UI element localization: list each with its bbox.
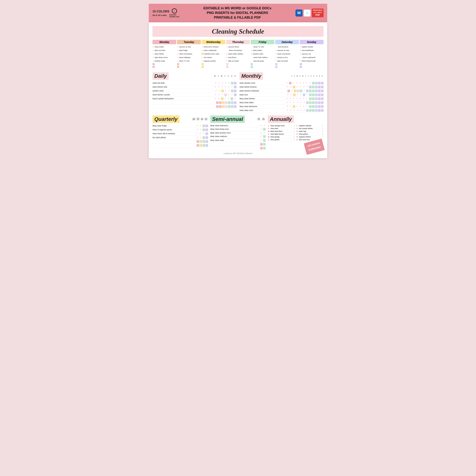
ann-row: Aclean lights fixtures✓: [268, 133, 295, 136]
quarterly-row: clean doors sills & windows ✓✓✓: [153, 132, 208, 136]
monthly-row: deep clean kitchen ✓✓ ✓✓ ✓✓ ✓: [239, 97, 323, 101]
monthly-row: deep clean bedrooms ✓✓ ✓✓ ✓✓: [239, 105, 323, 109]
task-item: ✓clean cupboards: [202, 49, 225, 52]
task-item: ✓wipe fridge: [177, 49, 201, 52]
annually-left: Jclean storage rooms✓ Fclean shed✓ Mdeep…: [268, 124, 295, 141]
size-label: A4 & US Letter: [153, 14, 167, 16]
task-item: ✓take out trash: [226, 60, 250, 63]
semiannual-section: Semi-annual JANJUN JULDEC deep clean bed…: [210, 116, 266, 150]
wednesday-col: Wednesday ✓clean tub & shower ✓clean cup…: [202, 40, 225, 68]
quarterly-title: Quarterly: [153, 116, 179, 123]
task-item: ✓sort closet: [202, 56, 225, 59]
task-item: dust all areas: [251, 60, 274, 63]
task-item: ✓stream & iron: [275, 56, 299, 59]
task-item: ✓sanitize sinks: [153, 60, 176, 63]
sunday-col: Sunday ✓replace towels ✓new bedsheets ✓v…: [300, 40, 323, 68]
semiannual-blank-row: [210, 146, 266, 150]
thursday-col: Thursday ✓vacuum floors clean microwave …: [226, 40, 250, 68]
daily-row: clean kitchen sink ✓✓✓ ✓✓✓: [153, 85, 237, 89]
ann-row: Norganize shelves: [297, 136, 323, 138]
semiannual-blank-row: [210, 142, 266, 146]
banner-center: EDITABLE in MS WORD or GOOGLE DOCs PNG I…: [179, 6, 295, 20]
saturday-col: Saturday dust furniture ✓vacuum & mop ✓c…: [275, 40, 299, 68]
gdocs-icon: ≡: [304, 9, 311, 17]
task-item: ✓clean toilets: [251, 49, 274, 52]
monthly-title: Monthly: [239, 72, 263, 80]
monday-col: Monday ✓clean toilets ✓take out trash ✓c…: [153, 40, 176, 68]
task-item: dust furniture: [275, 45, 299, 48]
ann-row: Jclean storage rooms✓: [268, 124, 295, 127]
saturday-header: Saturday: [275, 40, 299, 44]
daily-blank-row: [153, 101, 237, 105]
colors-label: 15 COLORS: [153, 10, 170, 13]
task-item: ✓clean toilets: [153, 45, 176, 48]
task-item: clean TV unit: [251, 45, 274, 48]
task-item: ✓mop floors: [226, 56, 250, 59]
monday-header: Monday: [153, 40, 176, 44]
quarterly-row: clean & organize pantry ✓✓: [153, 128, 208, 132]
friday-col: Friday clean TV unit ✓clean toilets ✓san…: [251, 40, 274, 68]
task-item: ✓clean TV unit: [177, 60, 201, 63]
daily-row: load & upload dishwasher ✓✓ ✓✓ ✓: [153, 97, 237, 101]
quarterly-row: deep clean fridge ✓✓: [153, 124, 208, 128]
task-item: ✓short shoes/coats: [300, 60, 323, 63]
ann-row: Jorganize cabinets✓: [297, 124, 323, 127]
main-card: Cleaning Schedule Monday ✓clean toilets …: [149, 22, 327, 158]
daily-row: clean kitchen counter ✓✓✓ ✓✓: [153, 93, 237, 97]
lower-sections: Daily MTW TFS S make the beds ✓✓✓ ✓✓ cle…: [153, 72, 323, 113]
semiannual-row: deep clean lining room ✓: [210, 127, 266, 131]
monthly-row: deep clean baths ✓✓ ✓✓ ✓✓: [239, 101, 323, 105]
daily-blank-row: [153, 105, 237, 109]
banner-main-title: EDITABLE in MS WORD or GOOGLE DOCs PNG I…: [179, 6, 295, 20]
task-item: ✓clean microwave: [177, 52, 201, 55]
task-item: wash dark clothes: [251, 56, 274, 59]
monthly-month-letters: JFM AMJ JAS OND: [290, 75, 323, 77]
daily-day-letters: MTW TFS S: [213, 75, 237, 77]
daily-row: sanitize sinks ✓✓ ✓✓: [153, 89, 237, 93]
monthly-row: clean baby room ✓✓ ✓✓ ✓✓: [239, 109, 323, 113]
task-item: ✓vacuum & mop: [177, 45, 201, 48]
task-item: ✓clean tub & shower: [202, 45, 225, 48]
monthly-section: Monthly JFM AMJ JAS OND clean laundry ro…: [239, 72, 323, 113]
task-item: ✓new bedsheets: [300, 49, 323, 52]
task-item: ✓organize pantry: [202, 60, 225, 63]
task-item: disinfect door nobs: [202, 52, 225, 55]
ann-row: Asort unused clothes✓: [297, 127, 323, 130]
task-item: clean cupboards: [300, 56, 323, 59]
quarterly-blank-row: [153, 144, 208, 147]
schedule-title: Cleaning Schedule: [153, 26, 323, 37]
thursday-header: Thursday: [226, 40, 250, 44]
banner-left: 15 COLORS A4 & US Letter: [153, 9, 170, 17]
task-item: ✓vacuum car: [300, 52, 323, 55]
monthly-row: wash cars ✓✓ ✓✓ ✓: [239, 93, 323, 97]
ann-row: Fclean shed✓: [268, 127, 295, 130]
semiannual-row: deep clean bedrooms ✓✓: [210, 124, 266, 127]
bottom-sections: Quarterly JANMAR APRJUN JULSEP OCTDEC de…: [153, 116, 323, 150]
task-item: ✓clean hallways: [177, 56, 201, 59]
semiannual-row: deep clean outdoors ✓: [210, 135, 266, 138]
task-item: ✓wipe down mirror: [153, 56, 176, 59]
download-arrow-icon: ↓: [172, 8, 177, 14]
download-badge: ↓ INSTANTDOWNLOAD: [170, 8, 179, 18]
task-item: ✓vacuum & mop: [275, 49, 299, 52]
daily-section: Daily MTW TFS S make the beds ✓✓✓ ✓✓ cle…: [153, 72, 237, 113]
sunday-header: Sunday: [300, 40, 323, 44]
monthly-row: clean below furniture ✓✓ ✓✓ ✓✓: [239, 85, 323, 89]
annually-title: Annually: [268, 116, 294, 123]
banner-right: W ≡ PRINTABLEFILLABLEPDF: [295, 9, 323, 17]
quarterly-blank-row: [153, 140, 208, 144]
task-item: ✓wash white clothes: [226, 52, 250, 55]
task-item: ✓clean microwave: [275, 52, 299, 55]
quarterly-section: Quarterly JANMAR APRJUN JULSEP OCTDEC de…: [153, 116, 208, 150]
quarterly-row: dry wash pillows ✓✓: [153, 136, 208, 140]
weekly-grid: Monday ✓clean toilets ✓take out trash ✓c…: [153, 40, 323, 68]
instant-label: INSTANTDOWNLOAD: [170, 14, 179, 18]
task-item: ✓clean blinds: [153, 52, 176, 55]
tuesday-header: Tuesday: [177, 40, 201, 44]
task-item: ✓take out trash: [153, 49, 176, 52]
monthly-row: clean laundry room ✓ ✓✓ ✓✓ ✓✓: [239, 81, 323, 85]
tuesday-col: Tuesday ✓vacuum & mop ✓wipe fridge ✓clea…: [177, 40, 201, 68]
annually-right: Jorganize cabinets✓ Asort unused clothes…: [297, 124, 323, 141]
semiannual-row: deep clean laundry room ✓✓: [210, 131, 266, 135]
task-item: ✓sanitize sinks: [251, 52, 274, 55]
